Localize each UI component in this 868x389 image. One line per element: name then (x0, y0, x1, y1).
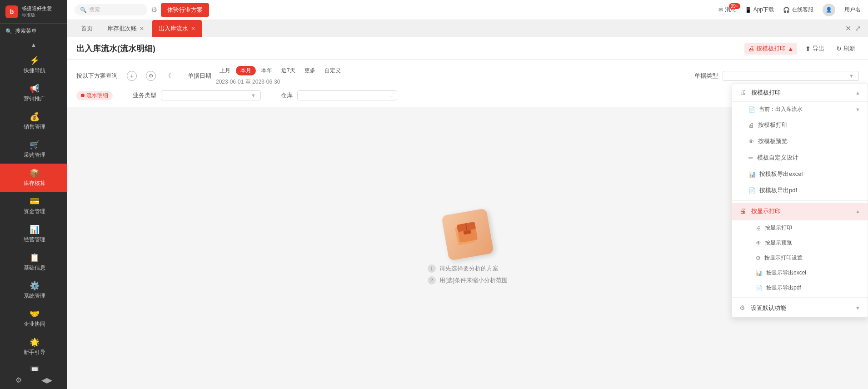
default-settings-item[interactable]: ⚙ 设置默认功能 ▼ (732, 299, 868, 317)
default-settings-label: 设置默认功能 (751, 304, 786, 311)
date-tabs: 上月 本月 本年 近7天 更多 自定义 (216, 66, 344, 75)
business-type-select[interactable]: ▼ (161, 90, 261, 100)
display-settings-icon: ⚙ (756, 255, 761, 261)
refresh-btn[interactable]: ↻ 刷新 (833, 43, 859, 55)
display-print-settings-item[interactable]: ⚙ 按显示打印设置 (732, 250, 868, 265)
date-tab-custom[interactable]: 自定义 (321, 66, 344, 75)
user-avatar[interactable]: 👤 (823, 4, 835, 16)
tab-inventory-batch[interactable]: 库存批次账 ✕ (101, 20, 150, 37)
sidebar-search[interactable]: 🔍 搜索菜单 (0, 24, 67, 39)
topbar-gear-icon[interactable]: ⚙ (151, 5, 157, 14)
date-tab-current-year[interactable]: 本年 (258, 66, 276, 75)
topbar-right: ✉ 消息 99+ 📱 App下载 🎧 在线客服 👤 用户名 (718, 4, 861, 16)
basic-info-icon: 📋 (30, 253, 40, 263)
sidebar-item-system[interactable]: ⚙️ 系统管理 (0, 276, 67, 304)
sidebar-item-operations[interactable]: 📊 经营管理 (0, 220, 67, 248)
topbar-message[interactable]: ✉ 消息 99+ (718, 6, 736, 14)
template-print-section-header[interactable]: 🖨 按模板打印 ▲ (732, 84, 868, 102)
sidebar-item-sales[interactable]: 💰 销售管理 (0, 107, 67, 135)
warehouse-select[interactable]: ... (297, 90, 397, 100)
tab-home[interactable]: 首页 (75, 20, 99, 37)
export-btn[interactable]: ⬆ 导出 (802, 43, 828, 55)
settings-bottom-icon[interactable]: ⚙ (15, 376, 22, 384)
filter-collapse-icon[interactable]: 《 (165, 72, 171, 80)
username[interactable]: 用户名 (844, 6, 861, 14)
business-type-filter: 业务类型 ▼ (133, 90, 261, 100)
display-print-item[interactable]: 🖨 按显示打印 (732, 220, 868, 235)
tab-inventory-batch-close[interactable]: ✕ (140, 25, 144, 32)
date-tab-more[interactable]: 更多 (301, 66, 319, 75)
current-template-label: 当前：出入库流水 (759, 105, 803, 113)
filter-settings-btn[interactable]: ⚙ (146, 71, 156, 81)
sidebar-item-purchase[interactable]: 🛒 采购管理 (0, 135, 67, 164)
empty-state: 1 请先选择要分析的方案 2 用[选]条件来缩小分析范围 (428, 212, 508, 284)
headset-icon: 🎧 (783, 7, 790, 13)
sidebar-scroll-up[interactable]: ▲ (0, 39, 67, 51)
close-window-icon[interactable]: ✕ (845, 24, 851, 33)
topbar-search[interactable]: 🔍 搜索 (75, 4, 147, 15)
sidebar-item-quick-nav[interactable]: ⚡ 快捷导航 (0, 51, 67, 79)
warehouse-caret: ... (388, 93, 392, 98)
print-template-btn[interactable]: 🖨 按模板打印 ▲ (744, 43, 797, 55)
sidebar-item-label: 经营管理 (24, 236, 45, 244)
sidebar-item-label: 销售管理 (24, 123, 45, 131)
refresh-label: 刷新 (843, 45, 855, 53)
filter-label: 按以下方案查询 (76, 72, 118, 80)
badge-label: 流水明细 (86, 92, 108, 100)
topbar-app-download[interactable]: 📱 App下载 (745, 6, 774, 14)
display-excel-icon: 📊 (756, 270, 763, 276)
display-export-pdf-item[interactable]: 📄 按显示导出pdf (732, 280, 868, 295)
collapse-sidebar-icon[interactable]: ◀▶ (41, 376, 52, 384)
sidebar-item-inventory[interactable]: 📦 库存核算 (0, 164, 67, 192)
display-preview-item[interactable]: 👁 按显示预览 (732, 235, 868, 250)
page-title: 出入库流水(流水明细) (76, 43, 155, 54)
empty-icon (441, 208, 494, 261)
filter-row-1: 按以下方案查询 + ⚙ 《 单据日期 上月 本月 本年 近7天 更多 自定义 (76, 66, 859, 86)
sidebar-item-cooperation[interactable]: 🤝 企业协同 (0, 304, 67, 333)
template-export-pdf-item[interactable]: 📄 按模板导出pdf (732, 182, 868, 199)
doc-type-caret: ▼ (849, 73, 854, 79)
display-pdf-icon: 📄 (756, 285, 763, 291)
template-custom-label: 模板自定义设计 (757, 154, 798, 162)
empty-tip-1: 1 请先选择要分析的方案 (428, 264, 508, 273)
industry-btn[interactable]: 体验行业方案 (161, 3, 209, 17)
current-caret: ▼ (855, 107, 860, 112)
template-export-excel-item[interactable]: 📊 按模板导出excel (732, 166, 868, 182)
tab-in-out-flow[interactable]: 出入库流水 ✕ (152, 20, 202, 37)
template-preview-item[interactable]: 👁 按模板预览 (732, 133, 868, 150)
chevron-up-icon: ▲ (788, 45, 793, 52)
filter-add-btn[interactable]: + (127, 71, 137, 81)
tabbar: 首页 库存批次账 ✕ 出入库流水 ✕ ✕ ⤢ (67, 20, 868, 37)
date-tab-current-month[interactable]: 本月 (236, 66, 256, 75)
display-section-caret: ▲ (855, 209, 860, 214)
inventory-icon: 📦 (30, 168, 40, 178)
app-name: 畅捷通好生意 (22, 5, 52, 12)
template-custom-item[interactable]: ✏ 模板自定义设计 (732, 150, 868, 166)
display-print-label: 按显示打印 (765, 224, 792, 232)
sidebar-item-label: 基础信息 (24, 264, 45, 272)
date-filter-group: 单据日期 上月 本月 本年 近7天 更多 自定义 2023-06-01 至 20… (188, 66, 344, 86)
template-print-item[interactable]: 🖨 按模板打印 (732, 117, 868, 133)
display-export-excel-item[interactable]: 📊 按显示导出excel (732, 265, 868, 280)
date-tab-last-7[interactable]: 近7天 (278, 66, 299, 75)
quick-nav-icon: ⚡ (30, 55, 40, 65)
tab-in-out-flow-close[interactable]: ✕ (191, 25, 195, 32)
preview-icon: 👁 (748, 138, 754, 145)
sidebar-item-marketing[interactable]: 📢 营销推广 (0, 79, 67, 107)
sidebar-nav: ▲ ⚡ 快捷导航 📢 营销推广 💰 销售管理 🛒 采购管理 📦 库存核算 💳 资… (0, 39, 67, 371)
tip-text-2: 用[选]条件来缩小分析范围 (439, 276, 508, 284)
design-icon: ✏ (748, 155, 753, 161)
date-label: 单据日期 (188, 72, 211, 80)
display-print-section-header[interactable]: 🖨 按显示打印 ▲ (732, 203, 868, 220)
sidebar-item-basic-info[interactable]: 📋 基础信息 (0, 248, 67, 276)
system-icon: ⚙️ (30, 281, 40, 291)
doc-type-select[interactable]: ▼ (723, 71, 859, 81)
sidebar-item-app-center[interactable]: 🔲 应用中心 (0, 361, 67, 371)
topbar-service[interactable]: 🎧 在线客服 (783, 6, 813, 14)
expand-window-icon[interactable]: ⤢ (855, 24, 861, 33)
empty-tips: 1 请先选择要分析的方案 2 用[选]条件来缩小分析范围 (428, 264, 508, 284)
sidebar-item-finance[interactable]: 💳 资金管理 (0, 192, 67, 220)
marketing-icon: 📢 (30, 84, 40, 94)
date-tab-prev-month[interactable]: 上月 (216, 66, 234, 75)
sidebar-item-beginner[interactable]: 🌟 新手引导 (0, 333, 67, 361)
